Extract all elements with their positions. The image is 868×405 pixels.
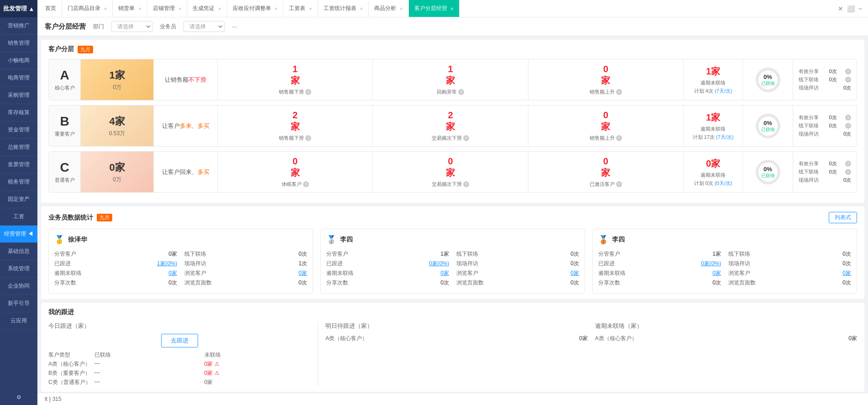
close-icon[interactable]: ×	[400, 6, 403, 11]
sidebar-logo[interactable]: 批发管理 ▲	[0, 0, 37, 17]
close-icon[interactable]: ×	[178, 6, 181, 11]
info-icon[interactable]: ?	[305, 135, 311, 141]
stat-link[interactable]: 0家	[168, 269, 177, 277]
close-icon[interactable]: ×	[275, 6, 277, 11]
info-icon[interactable]: ?	[845, 77, 851, 83]
close-icon[interactable]: ×	[309, 6, 312, 11]
sidebar-item-fapiao[interactable]: 发票管理	[0, 156, 37, 174]
tier-a-side-count-0: 0次	[829, 68, 837, 75]
goto-followup-button[interactable]: 去跟进	[161, 334, 198, 347]
tier-c-summary[interactable]: 0家 0万	[81, 152, 154, 192]
stat-label: 线下联络	[184, 250, 206, 258]
sidebar-item-yun[interactable]: 云应用	[0, 312, 37, 330]
gear-icon[interactable]: ⚙	[0, 389, 37, 405]
sidebar-item-xinshou[interactable]: 新手引导	[0, 295, 37, 312]
sidebar-item-gongzi[interactable]: 工资	[0, 208, 37, 226]
minimize-window-icon[interactable]: −	[858, 5, 862, 12]
stat-val: 0次	[712, 279, 721, 287]
stat-link[interactable]: 0家	[842, 269, 851, 277]
sidebar-item-xiaoshou[interactable]: 销售管理	[0, 35, 37, 52]
info-icon[interactable]: ?	[845, 169, 851, 175]
dept-select[interactable]: 请选择	[111, 21, 152, 32]
sidebar-item-jingying[interactable]: 经营管理 ◀	[0, 226, 37, 243]
tier-b-plan-link[interactable]: (7天/次)	[716, 134, 734, 140]
list-view-button[interactable]: 列表式	[829, 212, 857, 223]
tab-voucher[interactable]: 生成凭证 ×	[187, 0, 227, 17]
tier-b-summary[interactable]: 4家 0.53万	[81, 105, 154, 146]
stat-link[interactable]: 1家(0%)	[157, 260, 177, 268]
staff-stats-grid-0: 分管客户 0家 已跟进 1家(0%) 逾期未联络 0家	[54, 249, 307, 288]
tier-c-stat-label-2: 已激活客户 ?	[590, 181, 622, 188]
tier-c-stat-2[interactable]: 0家 已激活客户 ?	[528, 152, 683, 192]
staff-select[interactable]: 请选择	[183, 21, 225, 32]
tier-a-plan-link[interactable]: (7天/次)	[715, 88, 732, 94]
close-icon[interactable]: ×	[360, 6, 363, 11]
tab-store-mgmt[interactable]: 店铺管理 ×	[147, 0, 187, 17]
close-icon[interactable]: ×	[218, 6, 221, 11]
tab-payroll-report[interactable]: 工资统计报表 ×	[318, 0, 369, 17]
sidebar-item-zonzhang[interactable]: 总账管理	[0, 139, 37, 156]
info-icon[interactable]: ?	[616, 135, 622, 141]
restore-window-icon[interactable]: ⬜	[847, 5, 855, 12]
tier-c-side-count-2: 0次	[843, 177, 851, 184]
tier-a-stat-1[interactable]: 1家 回购异常 ?	[373, 59, 528, 100]
tab-product-analysis[interactable]: 商品分析 ×	[369, 0, 408, 17]
staff-right-stats-2: 线下联络 0次 现场拜访 0次 浏览客户 0家	[728, 249, 851, 288]
sidebar-item-caigou[interactable]: 采购管理	[0, 87, 37, 104]
tier-a-stat-2[interactable]: 0家 销售额上升 ?	[528, 59, 683, 100]
stat-val: 1家	[440, 250, 449, 258]
sidebar-item-label: 基础信息	[8, 248, 30, 254]
stat-link[interactable]: 0家(0%)	[429, 260, 449, 268]
tier-a-plan: 计划 4次 (7天/次)	[694, 88, 732, 95]
info-icon[interactable]: ?	[305, 89, 311, 95]
sidebar-item-xiaodian[interactable]: 小畅电商	[0, 52, 37, 69]
tier-c-stat-0[interactable]: 0家 休眠客户 ?	[218, 152, 373, 192]
tier-b-stat-2[interactable]: 0家 销售额上升 ?	[528, 105, 683, 146]
more-options-icon[interactable]: ···	[232, 23, 237, 30]
close-window-icon[interactable]: ✕	[838, 5, 843, 12]
tier-b-stat-0[interactable]: 2家 销售额下滑 ?	[218, 105, 373, 146]
sidebar-item-guding[interactable]: 固定资产	[0, 191, 37, 208]
info-icon[interactable]: ?	[845, 161, 851, 167]
info-icon[interactable]: ?	[463, 135, 469, 141]
tier-c-stat-1[interactable]: 0家 交易频次下滑 ?	[373, 152, 528, 192]
stat-link[interactable]: 0家	[440, 269, 449, 277]
medal-icon-0: 🥇	[54, 235, 64, 245]
close-icon[interactable]: ×	[104, 6, 107, 11]
sidebar-item-kucun[interactable]: 库存核算	[0, 104, 37, 121]
info-icon[interactable]: ?	[463, 181, 469, 187]
sidebar-item-jichu[interactable]: 基础信息	[0, 243, 37, 260]
sidebar-item-shuiwu[interactable]: 税务管理	[0, 174, 37, 191]
stat-link[interactable]: 0家(0%)	[701, 260, 721, 268]
sidebar-item-qiye[interactable]: 企业协同	[0, 278, 37, 295]
stat-link[interactable]: 0家	[298, 269, 307, 277]
stat-val: 1家	[712, 250, 721, 258]
stat-link[interactable]: 0家	[712, 269, 721, 277]
info-icon[interactable]: ?	[616, 181, 622, 187]
info-icon[interactable]: ?	[845, 115, 851, 121]
tier-c-plan-link[interactable]: (0天/次)	[715, 180, 732, 186]
tab-receivable[interactable]: 应收应付调整单 ×	[227, 0, 283, 17]
stat-link[interactable]: 0家	[570, 269, 579, 277]
tab-shop-products[interactable]: 门店商品目录 ×	[62, 0, 113, 17]
tab-sales-order[interactable]: 销货单 ×	[113, 0, 147, 17]
main-area: 首页 门店商品目录 × 销货单 × 店铺管理 × 生成凭证 × 应收应付调整单 …	[37, 0, 868, 405]
info-icon[interactable]: ?	[616, 89, 622, 95]
tier-a-stat-0[interactable]: 1家 销售额下滑 ?	[218, 59, 373, 100]
tier-a-summary[interactable]: 1家 0万	[81, 59, 154, 100]
sidebar-item-yingxiao[interactable]: 营销推广	[0, 17, 37, 35]
sidebar-item-zijin[interactable]: 资金管理	[0, 121, 37, 139]
info-icon[interactable]: ?	[845, 68, 851, 74]
tier-b-stat-1[interactable]: 2家 交易频次下滑 ?	[373, 105, 528, 146]
close-icon[interactable]: ×	[451, 6, 454, 11]
staff-stat-row: 分管客户 1家	[598, 249, 721, 259]
sidebar-item-xitong[interactable]: 系统管理	[0, 260, 37, 278]
close-icon[interactable]: ×	[138, 6, 141, 11]
tab-home[interactable]: 首页	[40, 0, 62, 17]
info-icon[interactable]: ?	[845, 123, 851, 129]
info-icon[interactable]: ?	[458, 89, 464, 95]
info-icon[interactable]: ?	[303, 181, 309, 187]
tab-payroll[interactable]: 工资表 ×	[283, 0, 318, 17]
tab-customer-tier[interactable]: 客户分层经营 ×	[409, 0, 460, 17]
sidebar-item-dianshang[interactable]: 电商管理	[0, 69, 37, 87]
